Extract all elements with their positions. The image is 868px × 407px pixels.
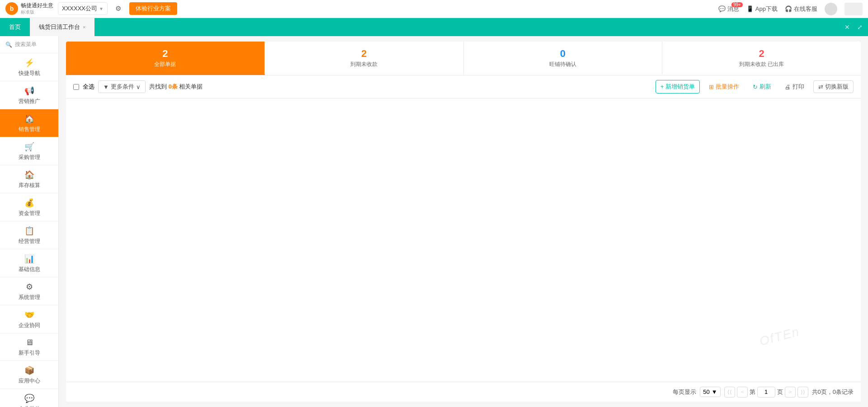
message-button[interactable]: 💬 消息 99+ [718, 5, 739, 13]
found-text: 共找到 0条 相关单据 [149, 83, 203, 91]
inventory-icon: 🏠 [24, 170, 34, 180]
summary-num-pending: 0 [471, 48, 655, 60]
tab-home[interactable]: 首页 [0, 18, 30, 36]
per-page-label: 每页显示 [673, 388, 696, 396]
sidebar-item-label: 应用中心 [19, 377, 40, 385]
content-area: 2 全部单据 2 到期未收款 0 旺铺待确认 2 到期未收款 已出库 全选 [59, 36, 868, 407]
sidebar-item-inventory[interactable]: 🏠 库存核算 [0, 165, 58, 193]
toolbar-right: + 新增销货单 ⊞ 批量操作 ↻ 刷新 🖨 打印 ⇄ 切换新版 [656, 80, 854, 94]
maximize-icon[interactable]: ⤢ [855, 22, 864, 33]
top-bar-right: 💬 消息 99+ 📱 App下载 🎧 在线客服 [718, 3, 863, 15]
next-page-button[interactable]: ＞ [785, 387, 796, 398]
sidebar-item-purchase[interactable]: 🛒 采购管理 [0, 137, 58, 165]
summary-card-all[interactable]: 2 全部单据 [66, 42, 265, 75]
sales-icon: 🏠 [24, 114, 34, 124]
sidebar-item-wechat[interactable]: 💬 企业微信 [0, 389, 58, 407]
sidebar-item-label: 新手引导 [19, 349, 40, 357]
sidebar-item-label: 基础信息 [19, 266, 40, 273]
toolbar: 全选 ▼ 更多条件 ∨ 共找到 0条 相关单据 + 新增销货单 ⊞ 批量操作 [66, 75, 861, 98]
operations-icon: 📋 [24, 226, 34, 236]
sidebar-search[interactable]: 🔍 搜索菜单 [0, 36, 58, 53]
sidebar-item-basic-info[interactable]: 📊 基础信息 [0, 249, 58, 277]
sidebar-item-label: 采购管理 [19, 154, 40, 161]
nav-tabs: 首页 钱货日清工作台 × ✕ ⤢ [0, 18, 868, 36]
avatar[interactable] [825, 3, 837, 15]
tab-close-icon[interactable]: × [83, 24, 85, 30]
cooperation-icon: 🤝 [24, 310, 34, 320]
system-icon: ⚙ [26, 282, 33, 292]
per-page-select[interactable]: 50 ▼ [700, 387, 720, 397]
guide-icon: 🖥 [25, 338, 33, 347]
found-suffix: 相关单据 [179, 83, 203, 90]
page-input[interactable] [757, 387, 775, 398]
top-bar-left: b 畅捷通好生意 标准版 XXXXXX公司 ▼ ⚙ 体验行业方案 [5, 2, 177, 15]
toolbar-left: 全选 ▼ 更多条件 ∨ 共找到 0条 相关单据 [73, 80, 652, 93]
sidebar-item-cooperation[interactable]: 🤝 企业协同 [0, 305, 58, 333]
app-download-label: App下载 [755, 5, 778, 13]
trial-button[interactable]: 体验行业方案 [129, 2, 177, 15]
sidebar-item-quick-nav[interactable]: ⚡ 快捷导航 [0, 53, 58, 81]
summary-card-pending[interactable]: 0 旺铺待确认 [464, 42, 663, 75]
summary-card-overdue[interactable]: 2 到期未收款 [265, 42, 464, 75]
sidebar-item-marketing[interactable]: 📢 营销推广 [0, 81, 58, 109]
refresh-button[interactable]: ↻ 刷新 [748, 80, 776, 93]
message-icon: 💬 [718, 5, 726, 12]
message-badge: 99+ [731, 2, 743, 7]
tab-active[interactable]: 钱货日清工作台 × [30, 18, 94, 36]
sidebar-item-app-center[interactable]: 📦 应用中心 [0, 361, 58, 389]
print-icon: 🖨 [785, 84, 791, 90]
search-icon: 🔍 [5, 42, 12, 48]
sidebar-item-system[interactable]: ⚙ 系统管理 [0, 277, 58, 305]
filter-icon: ▼ [103, 84, 109, 90]
marketing-icon: 📢 [24, 86, 34, 96]
last-page-button[interactable]: ⟩⟩ [797, 387, 808, 398]
summary-label-shipped: 到期未收款 已出库 [670, 61, 854, 68]
first-page-button[interactable]: ⟨⟨ [724, 387, 735, 398]
filter-button[interactable]: ▼ 更多条件 ∨ [98, 80, 146, 93]
sidebar-item-sales[interactable]: 🏠 销售管理 [0, 109, 58, 137]
found-prefix: 共找到 [149, 83, 167, 90]
print-button[interactable]: 🖨 打印 [780, 80, 809, 93]
summary-label-all: 全部单据 [73, 61, 257, 68]
page-suffix: 页 [777, 388, 783, 396]
basic-info-icon: 📊 [24, 254, 34, 264]
select-all-label: 全选 [83, 83, 94, 91]
purchase-icon: 🛒 [24, 142, 34, 152]
user-name-area[interactable] [844, 3, 863, 15]
quick-nav-icon: ⚡ [24, 58, 34, 68]
service-icon: 🎧 [785, 5, 792, 12]
finance-icon: 💰 [24, 198, 34, 208]
sidebar-item-guide[interactable]: 🖥 新手引导 [0, 333, 58, 361]
company-selector[interactable]: XXXXXX公司 ▼ [58, 2, 108, 15]
top-bar: b 畅捷通好生意 标准版 XXXXXX公司 ▼ ⚙ 体验行业方案 💬 消息 99… [0, 0, 868, 18]
table-empty [66, 98, 861, 279]
select-all-checkbox[interactable] [73, 84, 79, 90]
main-layout: 🔍 搜索菜单 ⚡ 快捷导航 📢 营销推广 🏠 销售管理 🛒 采购管理 🏠 库存核… [0, 36, 868, 407]
add-sales-order-button[interactable]: + 新增销货单 [656, 80, 700, 94]
summary-label-overdue: 到期未收款 [272, 61, 456, 68]
sidebar-item-finance[interactable]: 💰 资金管理 [0, 193, 58, 221]
chevron-down-icon: ▼ [99, 6, 104, 11]
sidebar: 🔍 搜索菜单 ⚡ 快捷导航 📢 营销推广 🏠 销售管理 🛒 采购管理 🏠 库存核… [0, 36, 59, 407]
prev-page-button[interactable]: ＜ [737, 387, 748, 398]
refresh-label: 刷新 [760, 83, 771, 91]
logo-area: b 畅捷通好生意 标准版 [5, 2, 53, 15]
summary-num-shipped: 2 [670, 48, 854, 60]
batch-operation-button[interactable]: ⊞ 批量操作 [704, 80, 744, 93]
switch-version-button[interactable]: ⇄ 切换新版 [813, 80, 854, 93]
sidebar-item-label: 系统管理 [19, 294, 40, 301]
summary-num-overdue: 2 [272, 48, 456, 60]
online-service-button[interactable]: 🎧 在线客服 [785, 5, 817, 13]
summary-card-shipped[interactable]: 2 到期未收款 已出库 [662, 42, 861, 75]
page-label: 第 [750, 388, 755, 396]
app-download-button[interactable]: 📱 App下载 [746, 5, 778, 13]
sidebar-item-label: 经营管理 [19, 238, 40, 245]
pagination: 每页显示 50 ▼ ⟨⟨ ＜ 第 页 ＞ ⟩⟩ 共0页，0条记录 [66, 382, 861, 402]
download-icon: 📱 [746, 5, 754, 12]
settings-icon[interactable]: ⚙ [112, 2, 125, 15]
nav-tabs-actions: ✕ ⤢ [843, 22, 868, 33]
close-window-icon[interactable]: ✕ [843, 22, 852, 33]
sidebar-item-label: 库存核算 [19, 182, 40, 189]
sidebar-item-operations[interactable]: 📋 经营管理 [0, 221, 58, 249]
logo-text: 畅捷通好生意 [21, 2, 53, 9]
